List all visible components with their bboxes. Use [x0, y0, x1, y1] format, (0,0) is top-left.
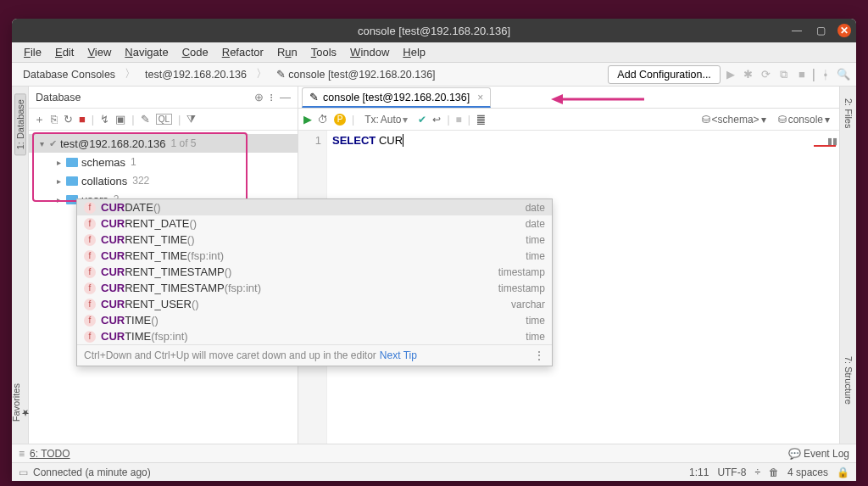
console-combo[interactable]: ⛁ console ▾ [774, 112, 834, 127]
stop-icon[interactable]: ■ [794, 67, 810, 82]
caret-position: 1:11 [689, 466, 709, 478]
completion-item[interactable]: fCURRENT_DATE()date [77, 215, 552, 232]
menu-navigate[interactable]: Navigate [118, 44, 175, 60]
annotation-arrow [551, 92, 644, 107]
maximize-icon[interactable]: ▢ [814, 24, 827, 37]
crumb-1[interactable]: test@192.168.20.136 [139, 66, 253, 83]
panel-title: Database [36, 92, 81, 103]
completion-item[interactable]: fCURRENT_TIMESTAMP()timestamp [77, 264, 552, 280]
titlebar: console [test@192.168.20.136] — ▢ ✕ [12, 19, 856, 42]
left-gutter-tabs: 1: Database Favorites [12, 87, 29, 444]
tab-files[interactable]: 2: Files [843, 93, 854, 133]
breadcrumb: Database Consoles 〉 test@192.168.20.136 … [17, 65, 442, 83]
rollback-icon[interactable]: ↩ [432, 114, 441, 126]
completion-item[interactable]: fCURTIME(fsp:int)time [77, 328, 552, 344]
database-toolbar: ＋ ⎘ ↻ ■ | ↯ ▣ | ✎ QL | ⧩ [29, 109, 298, 131]
window-title: console [test@192.168.20.136] [358, 25, 510, 37]
divide-icon[interactable]: ⫶ [269, 91, 275, 103]
lock-icon[interactable]: 🔒 [837, 466, 849, 478]
plan-icon[interactable]: P [334, 114, 346, 126]
line-sep-icon[interactable]: ÷ [754, 466, 760, 478]
schema-combo[interactable]: ⛁ <schema> ▾ [698, 112, 771, 127]
tx-mode-combo[interactable]: Tx: Auto ▾ [360, 112, 412, 127]
coverage-icon[interactable]: ⟳ [759, 67, 774, 82]
main-body: 1: Database Favorites Database ⊕ ⫶ — ＋ ⎘… [12, 87, 856, 444]
menu-edit[interactable]: Edit [48, 44, 81, 60]
jump-icon[interactable]: ▣ [115, 113, 125, 126]
commit-icon[interactable]: ✔ [418, 114, 426, 126]
event-log-link[interactable]: 💬 Event Log [788, 448, 849, 460]
add-configuration-button[interactable]: Add Configuration... [608, 65, 721, 84]
completion-item[interactable]: fCURTIME()time [77, 312, 552, 328]
tab-structure[interactable]: 7: Structure [843, 351, 854, 410]
tab-todo[interactable]: 6: TODO [30, 448, 70, 460]
trash-icon[interactable]: 🗑 [769, 466, 779, 478]
completion-popup: fCURDATE()datefCURRENT_DATE()datefCURREN… [76, 198, 553, 366]
crumb-0[interactable]: Database Consoles [17, 66, 121, 83]
close-icon[interactable]: ✕ [837, 24, 851, 37]
execute-icon[interactable]: ▶ [303, 113, 312, 126]
editor-tab-console[interactable]: ✎ console [test@192.168.20.136] × [302, 87, 491, 108]
completion-item[interactable]: fCURRENT_TIME(fsp:int)time [77, 248, 552, 264]
settings-icon[interactable]: ䷀ [476, 114, 486, 126]
refresh-icon[interactable]: ↻ [64, 113, 73, 126]
close-tab-icon[interactable]: × [477, 92, 483, 103]
completion-item[interactable]: fCURDATE()date [77, 199, 552, 215]
tx-icon[interactable]: ↯ [100, 113, 109, 126]
debug-icon[interactable]: ✱ [741, 67, 756, 82]
cancel-icon[interactable]: ■ [456, 114, 462, 126]
tree-connection[interactable]: ▾✔ test@192.168.20.136 1 of 5 [29, 134, 298, 153]
crumb-2[interactable]: ✎ console [test@192.168.20.136] [270, 65, 442, 83]
menu-run[interactable]: Run [270, 44, 304, 60]
profile-icon[interactable]: ⧉ [776, 67, 792, 82]
completion-item[interactable]: fCURRENT_TIMESTAMP(fsp:int)timestamp [77, 280, 552, 296]
tree-collations[interactable]: ▸ collations 322 [29, 171, 298, 190]
editor-tabs: ✎ console [test@192.168.20.136] × [298, 87, 839, 109]
next-tip-link[interactable]: Next Tip [380, 349, 417, 361]
menu-window[interactable]: Window [343, 44, 396, 60]
history-icon[interactable]: ⏱ [318, 114, 328, 126]
menu-tools[interactable]: Tools [304, 44, 343, 60]
ddl-icon[interactable]: QL [156, 114, 172, 125]
search-icon[interactable]: 🔍 [836, 67, 851, 82]
run-icon[interactable]: ▶ [723, 67, 738, 82]
add-icon[interactable]: ＋ [34, 112, 45, 127]
status-bar: ▭ Connected (a minute ago) 1:11 UTF-8 ÷ … [12, 462, 856, 481]
menubar: File Edit View Navigate Code Refactor Ru… [12, 42, 856, 63]
menu-help[interactable]: Help [396, 44, 432, 60]
filter-icon[interactable]: ⧩ [186, 113, 196, 126]
bottom-tool-bar: ≡ 6: TODO 💬 Event Log [12, 444, 856, 462]
menu-view[interactable]: View [81, 44, 118, 60]
minimize-icon[interactable]: — [790, 24, 804, 37]
duplicate-icon[interactable]: ⎘ [51, 113, 58, 126]
line-number: 1 [315, 134, 321, 147]
tab-database[interactable]: 1: Database [14, 93, 26, 155]
completion-item[interactable]: fCURRENT_USER()varchar [77, 296, 552, 312]
menu-code[interactable]: Code [175, 44, 215, 60]
popup-menu-icon[interactable]: ⋮ [533, 349, 545, 362]
edit-icon[interactable]: ✎ [141, 113, 150, 126]
completion-tip: Ctrl+Down and Ctrl+Up will move caret do… [84, 349, 376, 361]
stop-db-icon[interactable]: ■ [79, 113, 86, 126]
status-message: Connected (a minute ago) [33, 466, 151, 478]
nav-toolbar: Database Consoles 〉 test@192.168.20.136 … [12, 63, 856, 87]
vcs-icon[interactable]: ⍿ [818, 67, 833, 82]
menu-refactor[interactable]: Refactor [215, 44, 270, 60]
svg-marker-1 [551, 94, 563, 104]
tree-schemas[interactable]: ▸ schemas 1 [29, 153, 298, 171]
tab-favorites[interactable]: Favorites [11, 378, 30, 427]
menu-file[interactable]: File [17, 44, 48, 60]
target-icon[interactable]: ⊕ [254, 91, 264, 103]
indent-setting[interactable]: 4 spaces [787, 466, 828, 478]
right-gutter-tabs: 2: Files 7: Structure [839, 87, 856, 444]
app-window: console [test@192.168.20.136] — ▢ ✕ File… [12, 19, 856, 481]
encoding[interactable]: UTF-8 [717, 466, 746, 478]
console-icon: ✎ [309, 91, 319, 103]
completion-item[interactable]: fCURRENT_TIME()time [77, 232, 552, 248]
collapse-icon[interactable]: — [280, 91, 291, 103]
editor-toolbar: ▶ ⏱ P | Tx: Auto ▾ ✔ ↩ | ■ | ䷀ ⛁ <schema… [298, 109, 839, 131]
